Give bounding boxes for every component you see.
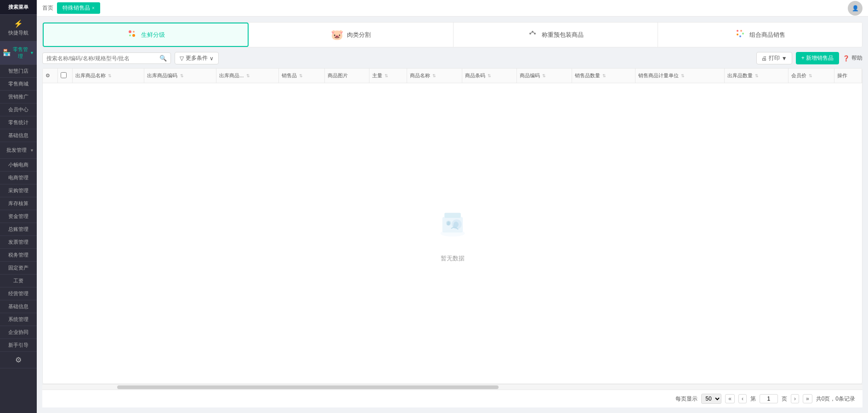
basic-info-1-label: 基础信息 <box>8 132 28 139</box>
sort-icon: ⇅ <box>108 74 112 78</box>
settings-col-icon: ⚙ <box>45 73 50 78</box>
cat-tab-meat-cut-label: 肉类分割 <box>347 31 371 39</box>
sidebar-item-inventory[interactable]: 库存核算 <box>0 197 37 210</box>
col-barcode[interactable]: 商品条码 ⇅ <box>462 69 516 83</box>
last-page-btn[interactable]: » <box>803 394 812 403</box>
search-input[interactable] <box>46 55 158 62</box>
sort-icon-6: ⇅ <box>432 74 436 78</box>
horizontal-scrollbar[interactable] <box>42 384 862 390</box>
search-icon[interactable]: 🔍 <box>159 55 167 62</box>
cat-tab-combo-sale[interactable]: 组合商品销售 <box>658 23 862 47</box>
topbar: 首页 特殊销售品 × 👤 <box>37 0 868 17</box>
col-product-name-label: 商品名称 <box>410 73 430 78</box>
sidebar-item-retail-mgmt[interactable]: 🏪 零售管理 ▼ <box>0 41 37 65</box>
help-button[interactable]: ❓ 帮助 <box>843 54 862 62</box>
empty-state: 暂无数据 <box>43 83 862 384</box>
sidebar-item-finance[interactable]: 资金管理 <box>0 210 37 223</box>
sidebar-item-system-mgmt[interactable]: 系统管理 <box>0 313 37 326</box>
scroll-thumb[interactable] <box>117 385 499 389</box>
sidebar-item-salary[interactable]: 工资 <box>0 275 37 287</box>
filter-icon: ▽ <box>180 55 184 62</box>
settings-icon: ⚙ <box>15 356 22 364</box>
svg-line-7 <box>530 32 533 34</box>
col-sale-item[interactable]: 销售品 ⇅ <box>278 69 325 83</box>
sidebar-item-tax[interactable]: 税务管理 <box>0 249 37 262</box>
first-page-btn[interactable]: « <box>725 394 735 403</box>
sidebar-item-settings[interactable]: ⚙ <box>0 352 37 368</box>
sidebar-item-ecommerce-small[interactable]: 小畅电商 <box>0 159 37 172</box>
select-all-checkbox[interactable] <box>61 72 67 78</box>
cat-tab-fresh-grade[interactable]: 生鲜分级 <box>43 23 249 47</box>
col-main-qty-label: 主量 <box>372 73 382 78</box>
sidebar-item-invoice[interactable]: 发票管理 <box>0 236 37 249</box>
filter-button[interactable]: ▽ 更多条件 ∨ <box>175 52 219 64</box>
sidebar-item-fixed-assets[interactable]: 固定资产 <box>0 262 37 275</box>
sidebar-item-member-center[interactable]: 会员中心 <box>0 103 37 116</box>
sidebar-item-purchase-mgmt[interactable]: 采购管理 <box>0 184 37 197</box>
total-records: 共0页，0条记录 <box>816 395 855 403</box>
col-settings[interactable]: ⚙ <box>43 69 57 83</box>
col-sale-unit[interactable]: 销售商品计量单位 ⇅ <box>635 69 724 83</box>
sidebar-item-marketing[interactable]: 营销推广 <box>0 91 37 103</box>
col-out-product-code[interactable]: 出库商品编码 ⇅ <box>144 69 216 83</box>
sidebar-item-general-ledger[interactable]: 总账管理 <box>0 223 37 236</box>
col-action: 操作 <box>834 69 862 83</box>
sidebar-item-label: 零售管理 <box>11 46 30 60</box>
svg-rect-16 <box>444 212 461 218</box>
sidebar-item-basic-info-2[interactable]: 基础信息 <box>0 300 37 313</box>
page-input[interactable] <box>760 394 778 403</box>
col-out-product-code-label: 出库商品编码 <box>147 73 177 78</box>
sidebar-item-quick-nav[interactable]: ⚡ 快捷导航 <box>0 15 37 41</box>
basic-info-2-label: 基础信息 <box>8 303 28 310</box>
next-page-btn[interactable]: › <box>791 394 799 403</box>
ecommerce-mgmt-label: 电商管理 <box>8 174 28 181</box>
sidebar-item-ecommerce-mgmt[interactable]: 电商管理 <box>0 172 37 184</box>
help-label: 帮助 <box>851 54 862 62</box>
col-member-price[interactable]: 会员价 ⇅ <box>788 69 834 83</box>
user-avatar[interactable]: 👤 <box>848 1 862 16</box>
col-out-qty[interactable]: 出库品数量 ⇅ <box>725 69 788 83</box>
sidebar: 搜索菜单 ⚡ 快捷导航 🏪 零售管理 ▼ 智慧门店 零售商城 营销推广 会员中心… <box>0 0 37 413</box>
fixed-assets-label: 固定资产 <box>8 264 28 271</box>
col-out-product-name[interactable]: 出库商品名称 ⇅ <box>72 69 144 83</box>
topbar-active-tab[interactable]: 特殊销售品 × <box>57 2 100 14</box>
sidebar-item-enterprise-collab[interactable]: 企业协同 <box>0 326 37 339</box>
inventory-label: 库存核算 <box>8 200 28 207</box>
col-checkbox[interactable] <box>57 69 72 83</box>
combo-sale-icon <box>735 28 746 41</box>
topbar-home[interactable]: 首页 <box>42 4 53 12</box>
sort-icon-7: ⇅ <box>488 74 491 78</box>
col-main-qty[interactable]: 主量 ⇅ <box>369 69 407 83</box>
print-label: 打印 <box>769 54 780 62</box>
sidebar-item-retail-stats[interactable]: 零售统计 <box>0 116 37 129</box>
cat-tab-weight-prepack-label: 称重预包装商品 <box>542 31 584 39</box>
empty-icon <box>434 205 471 249</box>
sidebar-item-smart-store[interactable]: 智慧门店 <box>0 65 37 78</box>
new-sale-item-button[interactable]: + 新增销售品 <box>796 52 839 64</box>
page-size-select[interactable]: 50 <box>701 394 721 404</box>
col-product-name[interactable]: 商品名称 ⇅ <box>407 69 462 83</box>
ecommerce-small-label: 小畅电商 <box>8 161 28 168</box>
help-icon: ❓ <box>843 55 850 62</box>
sidebar-logo[interactable]: 搜索菜单 <box>0 0 37 15</box>
sidebar-item-wholesale-mgmt[interactable]: 批发管理 ▼ <box>0 142 37 159</box>
col-product-code[interactable]: 商品编码 ⇅ <box>517 69 572 83</box>
col-sale-qty[interactable]: 销售品数量 ⇅ <box>572 69 635 83</box>
cat-tab-weight-prepack[interactable]: 称重预包装商品 <box>454 23 658 47</box>
sidebar-item-label: 快捷导航 <box>8 29 28 36</box>
topbar-tab-close[interactable]: × <box>92 6 95 11</box>
sidebar-item-retail-mall[interactable]: 零售商城 <box>0 78 37 91</box>
page-label: 第 <box>750 395 756 403</box>
sidebar-item-business-mgmt[interactable]: 经营管理 <box>0 287 37 300</box>
svg-point-2 <box>129 34 131 36</box>
print-button[interactable]: 🖨 打印 ▼ <box>756 52 792 64</box>
prev-page-btn[interactable]: ‹ <box>738 394 747 403</box>
col-out-product-spec[interactable]: 出库商品... ⇅ <box>216 69 278 83</box>
content-area: 生鲜分级 🐷 肉类分割 称重预包装商品 <box>37 17 868 413</box>
retail-mall-label: 零售商城 <box>8 80 28 87</box>
sidebar-item-basic-info-1[interactable]: 基础信息 <box>0 129 37 142</box>
sidebar-item-newbie-guide[interactable]: 新手引导 <box>0 339 37 352</box>
wholesale-mgmt-label: 批发管理 <box>3 147 30 154</box>
cat-tab-meat-cut[interactable]: 🐷 肉类分割 <box>249 23 453 47</box>
svg-point-3 <box>132 34 135 37</box>
